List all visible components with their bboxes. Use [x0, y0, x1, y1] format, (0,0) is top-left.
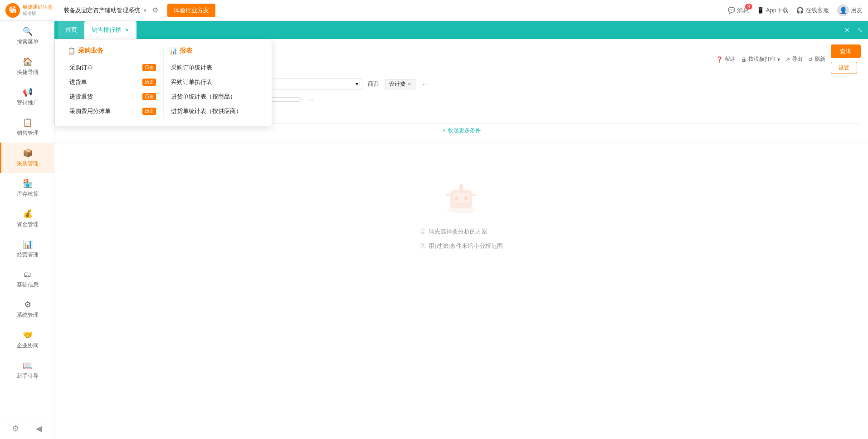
export-icon: ↗	[785, 56, 790, 63]
purchase-order-exec-item[interactable]: 采购订单执行表	[169, 75, 259, 89]
system-title: 装备及固定资产辅助管理系统	[63, 6, 140, 15]
purchase-receipt-item[interactable]: 进货单 历史	[68, 75, 158, 89]
logo-text: 畅捷通好生意 标准版	[23, 4, 53, 16]
enterprise-icon: 🤝	[23, 330, 33, 340]
svg-point-4	[464, 197, 468, 200]
finance-icon: 💰	[23, 209, 33, 219]
tab-close-all-icon[interactable]: ✕	[843, 25, 852, 35]
tab-bar: 首页 销售排行榜 ✕ ✕ ⤡	[54, 21, 868, 39]
purchase-expense-item[interactable]: 采购费用分摊单 历史	[68, 104, 158, 118]
purchase-business-title: 📋 采购业务	[68, 47, 158, 55]
goods-tag-close[interactable]: ✕	[407, 81, 411, 87]
purchase-report-title: 📊 报表	[169, 47, 259, 55]
operations-icon: 📊	[23, 239, 33, 249]
empty-robot	[439, 179, 484, 217]
system-title-area: 装备及固定资产辅助管理系统 ▾ ⚙ 体验行业方案	[63, 4, 728, 17]
sidebar-item-inventory[interactable]: 🏪 库存核算	[0, 173, 54, 203]
sidebar-item-finance[interactable]: 💰 资金管理	[0, 203, 54, 234]
purchase-report-section: 📊 报表 采购订单统计表 采购订单执行表 进货单统计表（按商品） 进货单统计表（…	[164, 47, 265, 118]
logo-area: 畅 畅捷通好生意 标准版	[5, 3, 60, 18]
purchase-icon: 📦	[23, 148, 33, 158]
help-icon: ❓	[716, 56, 723, 63]
svg-rect-8	[472, 194, 477, 196]
basic-info-icon: 🗂	[24, 270, 32, 279]
system-dropdown-arrow[interactable]: ▾	[144, 7, 146, 14]
bill-status-select[interactable]: ▾	[272, 79, 362, 89]
purchase-dropdown-panel: 📋 采购业务 采购订单 历史 进货单 历史 进货退货 历史 采购费用分摊单 历史	[54, 39, 272, 126]
purchase-order-stat-item[interactable]: 采购订单统计表	[169, 60, 259, 75]
select-arrow: ▾	[356, 81, 358, 87]
top-header: 畅 畅捷通好生意 标准版 装备及固定资产辅助管理系统 ▾ ⚙ 体验行业方案 💬 …	[0, 0, 868, 21]
guide-icon: 📖	[23, 360, 33, 370]
empty-hints: ① 请先选择要分析的方案 ② 用[过滤]条件来缩小分析范围	[419, 224, 502, 253]
sidebar: 🔍 搜索菜单 🏠 快捷导航 📢 营销推广 📋 销售管理 📦 采购管理 🏪 库存核…	[0, 21, 54, 439]
sidebar-item-search[interactable]: 🔍 搜索菜单	[0, 21, 54, 51]
print-dropdown-icon: ▾	[777, 56, 780, 63]
system-icon: ⚙	[24, 300, 31, 310]
sidebar-item-system[interactable]: ⚙ 系统管理	[0, 294, 54, 325]
receipt-stat-supplier-item[interactable]: 进货单统计表（按供应商）	[169, 104, 259, 118]
marketing-icon: 📢	[23, 87, 33, 97]
goods-dots[interactable]: ···	[423, 80, 428, 88]
refresh-icon: ↺	[808, 56, 813, 63]
print-action[interactable]: 🖨 按模板打印 ▾	[741, 55, 780, 63]
sidebar-item-guide[interactable]: 📖 新手引导	[0, 355, 54, 385]
export-action[interactable]: ↗ 导出	[785, 55, 803, 63]
help-action[interactable]: ❓ 帮助	[716, 55, 736, 63]
online-service-item[interactable]: 🎧 在线客服	[796, 6, 829, 15]
purchase-order-item[interactable]: 采购订单 历史	[68, 60, 158, 75]
tab-bar-right: ✕ ⤡	[843, 25, 864, 35]
purchase-receipt-history-badge: 历史	[142, 79, 156, 86]
sidebar-item-purchase[interactable]: 📦 采购管理	[0, 143, 54, 173]
svg-rect-7	[446, 194, 450, 196]
industry-btn[interactable]: 体验行业方案	[167, 4, 215, 17]
logo-icon: 畅	[5, 3, 20, 18]
user-item[interactable]: 👤 用友	[837, 5, 863, 16]
purchase-report-icon: 📊	[169, 47, 177, 54]
sales-icon: 📋	[23, 118, 33, 128]
setting-button[interactable]: 设置	[831, 62, 857, 74]
tab-sales-rank[interactable]: 销售排行榜 ✕	[84, 21, 137, 39]
goods-label: 商品	[368, 80, 380, 88]
header-right: 💬 消息 9 📱 App下载 🎧 在线客服 👤 用友	[728, 5, 863, 16]
purchase-order-history-badge: 历史	[142, 64, 156, 71]
purchase-return-item[interactable]: 进货退货 历史	[68, 89, 158, 104]
chevron-up-icon: ∧	[442, 127, 446, 133]
tab-home[interactable]: 首页	[58, 21, 84, 39]
svg-point-6	[459, 184, 463, 187]
app-download-item[interactable]: 📱 App下载	[757, 6, 788, 15]
sidebar-item-operations[interactable]: 📊 经营管理	[0, 234, 54, 264]
message-item[interactable]: 💬 消息 9	[728, 6, 749, 15]
sidebar-item-basic-info[interactable]: 🗂 基础信息	[0, 264, 54, 294]
empty-state: ① 请先选择要分析的方案 ② 用[过滤]条件来缩小分析范围	[54, 143, 868, 290]
inventory-icon: 🏪	[23, 178, 33, 188]
phone-icon: 📱	[757, 7, 764, 14]
sidebar-bottom: ⚙ ◀	[0, 418, 54, 439]
purchase-expense-history-badge: 历史	[142, 108, 156, 115]
avatar: 👤	[837, 5, 849, 16]
purchase-business-section: 📋 采购业务 采购订单 历史 进货单 历史 进货退货 历史 采购费用分摊单 历史	[62, 47, 164, 118]
svg-point-3	[455, 197, 458, 200]
message-icon: 💬	[728, 7, 735, 14]
query-button[interactable]: 查询	[831, 44, 861, 58]
headset-icon: 🎧	[796, 7, 804, 14]
bottom-settings-icon[interactable]: ⚙	[12, 424, 19, 434]
purchase-business-icon: 📋	[68, 47, 75, 54]
salesperson-dots[interactable]: ···	[308, 96, 313, 103]
sidebar-collapse-icon[interactable]: ◀	[36, 424, 42, 434]
sidebar-item-sales[interactable]: 📋 销售管理	[0, 112, 54, 143]
home-icon: 🏠	[23, 57, 33, 67]
goods-tag: 设计费 ✕	[385, 79, 415, 89]
message-badge: 9	[745, 4, 752, 10]
receipt-stat-product-item[interactable]: 进货单统计表（按商品）	[169, 89, 259, 104]
tab-close-icon[interactable]: ✕	[125, 27, 129, 33]
print-icon: 🖨	[741, 56, 746, 63]
refresh-action[interactable]: ↺ 刷新	[808, 55, 825, 63]
sidebar-item-enterprise[interactable]: 🤝 企业协同	[0, 325, 54, 355]
sidebar-item-quick-nav[interactable]: 🏠 快捷导航	[0, 51, 54, 82]
tab-expand-icon[interactable]: ⤡	[855, 25, 864, 35]
settings-icon[interactable]: ⚙	[152, 6, 158, 15]
search-icon: 🔍	[23, 26, 33, 36]
purchase-return-history-badge: 历史	[142, 93, 156, 100]
sidebar-item-marketing[interactable]: 📢 营销推广	[0, 82, 54, 112]
